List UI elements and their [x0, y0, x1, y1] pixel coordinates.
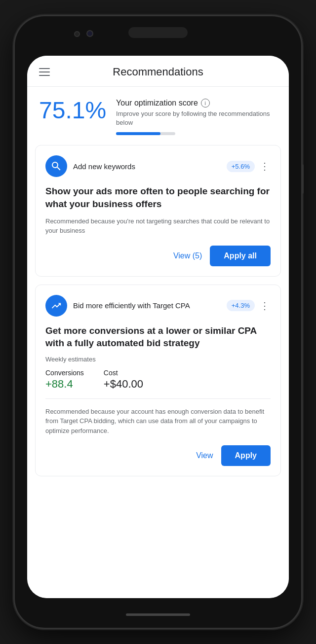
score-label-row: Your optimization score i [116, 99, 277, 107]
screen-content: Recommendations 75.1% Your optimization … [27, 56, 289, 598]
trend-icon [51, 300, 62, 311]
cpa-view-button[interactable]: View [194, 447, 215, 464]
score-text-block: Your optimization score i Improve your s… [116, 99, 277, 135]
cpa-card-actions: View Apply [45, 445, 271, 466]
card-cpa-header-left: Bid more efficiently with Target CPA [45, 295, 227, 317]
keywords-header-label: Add new keywords [73, 162, 135, 172]
phone-speaker [128, 27, 188, 38]
keywords-more-menu[interactable]: ⋮ [259, 160, 271, 172]
phone-bottom [126, 598, 190, 628]
keywords-card-description: Recommended because you're not targeting… [45, 216, 271, 236]
phone-frame: Recommendations 75.1% Your optimization … [15, 16, 301, 628]
score-description: Improve your score by following the reco… [116, 109, 277, 127]
card-target-cpa: Bid more efficiently with Target CPA +4.… [35, 285, 281, 477]
conversions-value: +88.4 [45, 378, 84, 391]
progress-bar-fill [116, 132, 160, 135]
cost-estimate: Cost +$40.00 [104, 369, 143, 391]
page-title: Recommendations [60, 66, 256, 78]
phone-screen: Recommendations 75.1% Your optimization … [27, 56, 289, 598]
cpa-card-description: Recommended because your account has eno… [45, 407, 271, 436]
estimates-row: Conversions +88.4 Cost +$40.00 [45, 369, 271, 391]
cpa-card-title: Get more conversions at a lower or simil… [45, 324, 271, 350]
card-keywords: Add new keywords +5.6% ⋮ Show your ads m… [35, 145, 281, 276]
score-label-text: Your optimization score [116, 99, 198, 107]
keywords-header-right: +5.6% ⋮ [227, 160, 271, 172]
score-value: 75.1% [39, 99, 106, 122]
conversions-estimate: Conversions +88.4 [45, 369, 84, 391]
card-keywords-header-left: Add new keywords [45, 155, 227, 177]
cpa-score-badge: +4.3% [227, 300, 255, 311]
optimization-score-section: 75.1% Your optimization score i Improve … [27, 87, 289, 145]
card-divider [45, 398, 271, 399]
app-header: Recommendations [27, 56, 289, 87]
info-icon[interactable]: i [201, 99, 210, 107]
cpa-apply-button[interactable]: Apply [221, 445, 271, 466]
keywords-icon-circle [45, 155, 67, 177]
camera-dot-1 [74, 31, 80, 37]
cpa-header-label: Bid more efficiently with Target CPA [73, 301, 190, 311]
weekly-estimates-label: Weekly estimates [45, 356, 271, 363]
card-keywords-header: Add new keywords +5.6% ⋮ [45, 155, 271, 177]
cost-label: Cost [104, 369, 143, 377]
keywords-card-title: Show your ads more often to people searc… [45, 185, 271, 210]
cpa-header-right: +4.3% ⋮ [227, 300, 271, 312]
progress-bar-container [116, 132, 175, 135]
keywords-card-actions: View (5) Apply all [45, 246, 271, 266]
keywords-apply-all-button[interactable]: Apply all [210, 246, 271, 266]
cpa-more-menu[interactable]: ⋮ [259, 300, 271, 312]
hamburger-menu-button[interactable] [39, 68, 50, 76]
side-button [301, 164, 304, 194]
keywords-score-badge: +5.6% [227, 161, 255, 172]
conversions-label: Conversions [45, 369, 84, 377]
phone-notch [15, 16, 301, 56]
cpa-icon-circle [45, 295, 67, 317]
search-icon [50, 160, 62, 172]
home-indicator[interactable] [126, 613, 190, 616]
cards-container: Add new keywords +5.6% ⋮ Show your ads m… [27, 145, 289, 492]
keywords-view-button[interactable]: View (5) [171, 248, 204, 264]
card-cpa-header: Bid more efficiently with Target CPA +4.… [45, 295, 271, 317]
cost-value: +$40.00 [104, 378, 143, 391]
camera-dot-2 [86, 30, 93, 37]
